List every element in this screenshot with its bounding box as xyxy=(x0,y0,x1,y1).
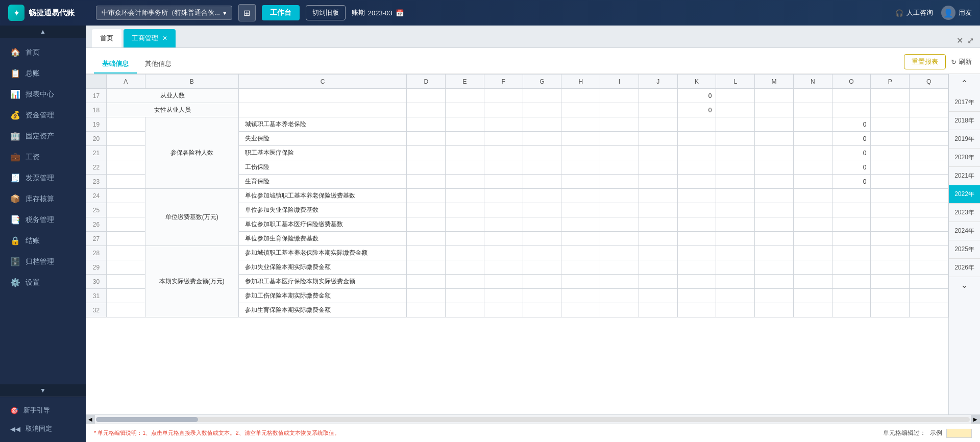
year-nav-up[interactable]: ⌃ xyxy=(949,76,980,91)
scroll-right-button[interactable]: ▶ xyxy=(971,415,980,424)
cell-28-l[interactable] xyxy=(716,246,755,260)
cell-20-h[interactable] xyxy=(561,132,600,146)
cell-23-d[interactable] xyxy=(407,175,446,189)
cell-27-g[interactable] xyxy=(523,232,561,246)
cell-32-h[interactable] xyxy=(561,303,600,317)
cell-24-h[interactable] xyxy=(561,189,600,203)
cell-25-o[interactable] xyxy=(832,203,871,217)
cell-21-l[interactable] xyxy=(716,146,755,160)
cell-26-f[interactable] xyxy=(484,217,523,232)
cell-31-a[interactable] xyxy=(107,289,145,303)
cell-24-f[interactable] xyxy=(484,189,523,203)
cell-28-e[interactable] xyxy=(446,246,484,260)
cell-27-n[interactable] xyxy=(793,232,832,246)
tab-expand-icon[interactable]: ⤢ xyxy=(967,36,974,45)
cell-22-c[interactable]: 工伤保险 xyxy=(238,160,407,175)
cell-26-e[interactable] xyxy=(446,217,484,232)
cell-31-q[interactable] xyxy=(910,289,948,303)
cell-25-k[interactable] xyxy=(677,203,716,217)
cell-31-n[interactable] xyxy=(793,289,832,303)
cell-19-k[interactable] xyxy=(677,117,716,132)
cell-30-i[interactable] xyxy=(600,275,639,289)
cell-22-i[interactable] xyxy=(600,160,639,175)
cell-26-j[interactable] xyxy=(639,217,677,232)
cell-30-q[interactable] xyxy=(910,275,948,289)
cell-29-j[interactable] xyxy=(639,260,677,275)
cell-21-k[interactable] xyxy=(677,146,716,160)
cell-27-d[interactable] xyxy=(407,232,446,246)
cell-26-c[interactable]: 单位参加职工基本医疗保险缴费基数 xyxy=(238,217,407,232)
cell-28-b-merged[interactable]: 本期实际缴费金额(万元) xyxy=(145,246,238,317)
cell-23-n[interactable] xyxy=(793,175,832,189)
cell-17-f[interactable] xyxy=(484,89,523,103)
cell-24-o[interactable] xyxy=(832,189,871,203)
cell-25-l[interactable] xyxy=(716,203,755,217)
cell-21-e[interactable] xyxy=(446,146,484,160)
cell-26-n[interactable] xyxy=(793,217,832,232)
cell-23-m[interactable] xyxy=(755,175,794,189)
cell-27-l[interactable] xyxy=(716,232,755,246)
cell-23-e[interactable] xyxy=(446,175,484,189)
cell-21-m[interactable] xyxy=(755,146,794,160)
cell-27-p[interactable] xyxy=(871,232,910,246)
cell-18-h[interactable] xyxy=(561,103,600,117)
cell-25-d[interactable] xyxy=(407,203,446,217)
cell-18-f[interactable] xyxy=(484,103,523,117)
year-item-2018[interactable]: 2018年 xyxy=(949,112,980,130)
company-icon-button[interactable]: ⊞ xyxy=(238,4,256,21)
cell-27-f[interactable] xyxy=(484,232,523,246)
cell-29-i[interactable] xyxy=(600,260,639,275)
cell-18-m[interactable] xyxy=(755,103,794,117)
cell-32-q[interactable] xyxy=(910,303,948,317)
year-item-2024[interactable]: 2024年 xyxy=(949,222,980,240)
cell-28-p[interactable] xyxy=(871,246,910,260)
cell-26-o[interactable] xyxy=(832,217,871,232)
cell-31-f[interactable] xyxy=(484,289,523,303)
consult-button[interactable]: 🎧 人工咨询 xyxy=(895,8,933,17)
reset-report-button[interactable]: 重置报表 xyxy=(904,54,946,69)
cell-24-q[interactable] xyxy=(910,189,948,203)
cell-25-q[interactable] xyxy=(910,203,948,217)
cell-21-i[interactable] xyxy=(600,146,639,160)
sidebar-item-assets[interactable]: 🏢 固定资产 xyxy=(0,126,86,146)
year-item-2023[interactable]: 2023年 xyxy=(949,204,980,222)
refresh-button[interactable]: ↻ 刷新 xyxy=(951,57,972,66)
cell-27-j[interactable] xyxy=(639,232,677,246)
cell-32-g[interactable] xyxy=(523,303,561,317)
cell-19-o[interactable]: 0 xyxy=(832,117,871,132)
cell-17-j[interactable] xyxy=(639,89,677,103)
cell-17-h[interactable] xyxy=(561,89,600,103)
cell-25-j[interactable] xyxy=(639,203,677,217)
cell-28-k[interactable] xyxy=(677,246,716,260)
cell-19-q[interactable] xyxy=(910,117,948,132)
cell-24-m[interactable] xyxy=(755,189,794,203)
cell-21-q[interactable] xyxy=(910,146,948,160)
cell-19-m[interactable] xyxy=(755,117,794,132)
cell-23-l[interactable] xyxy=(716,175,755,189)
scroll-track[interactable] xyxy=(96,417,970,422)
cell-24-k[interactable] xyxy=(677,189,716,203)
cell-23-q[interactable] xyxy=(910,175,948,189)
cell-29-k[interactable] xyxy=(677,260,716,275)
cell-17-l[interactable] xyxy=(716,89,755,103)
sidebar-item-archive[interactable]: 🗄️ 归档管理 xyxy=(0,251,86,272)
cell-24-e[interactable] xyxy=(446,189,484,203)
cell-23-j[interactable] xyxy=(639,175,677,189)
cell-17-e[interactable] xyxy=(446,89,484,103)
cell-25-a[interactable] xyxy=(107,203,145,217)
cell-21-f[interactable] xyxy=(484,146,523,160)
cell-31-m[interactable] xyxy=(755,289,794,303)
cell-27-k[interactable] xyxy=(677,232,716,246)
cell-23-p[interactable] xyxy=(871,175,910,189)
cell-21-g[interactable] xyxy=(523,146,561,160)
cell-22-n[interactable] xyxy=(793,160,832,175)
cell-28-c[interactable]: 参加城镇职工基本养老保险本期实际缴费金额 xyxy=(238,246,407,260)
cell-31-p[interactable] xyxy=(871,289,910,303)
cell-28-j[interactable] xyxy=(639,246,677,260)
horizontal-scrollbar[interactable]: ◀ ▶ xyxy=(86,414,980,424)
cell-19-a[interactable] xyxy=(107,117,145,132)
cell-30-j[interactable] xyxy=(639,275,677,289)
cell-18-j[interactable] xyxy=(639,103,677,117)
user-area[interactable]: 👤 用友 xyxy=(941,6,972,20)
sidebar-item-tax[interactable]: 📑 税务管理 xyxy=(0,209,86,230)
